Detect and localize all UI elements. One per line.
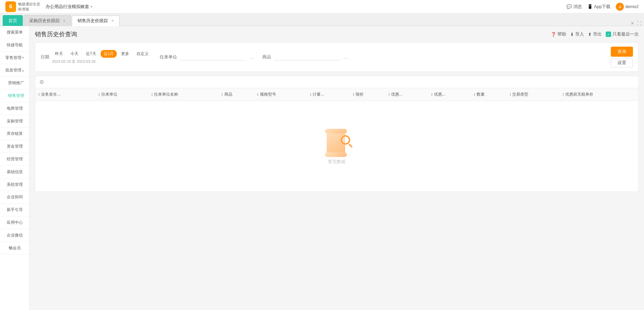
sidebar-item-enterprise-wechat[interactable]: 企业微信	[0, 229, 29, 242]
col-partner-code: ↕ 往来单位	[95, 88, 148, 101]
col-quantity: ↕ 数量	[471, 88, 506, 101]
sidebar-item-enterprise-collab[interactable]: 企业协同	[0, 191, 29, 204]
table-settings-icon[interactable]: ⚙	[39, 79, 44, 85]
data-table: ↕ 业务发生... ↕ 往来单位 ↕ 往来单位名称	[35, 88, 638, 101]
col-partner-code-label: 往来单位	[101, 92, 117, 97]
col-transaction-type-label: 交易类型	[512, 92, 528, 97]
app-download-label: App下载	[594, 4, 610, 10]
sidebar: 搜索菜单 快捷导航 零售管理 ▾ 批发管理 ▴ 营销推广 销售管理 电商管理 采…	[0, 26, 30, 310]
message-label: 消息	[573, 4, 582, 10]
from-unit-input[interactable]	[180, 54, 247, 60]
settings-button[interactable]: 设置	[611, 58, 633, 67]
col-discount2: ↕ 优惠...	[428, 88, 471, 101]
col-discount1: ↕ 优惠...	[385, 88, 428, 101]
help-btn[interactable]: ❓ 帮助	[551, 31, 566, 37]
maximize-icon[interactable]: ⛶	[637, 21, 641, 26]
sidebar-item-operations-mgmt[interactable]: 经营管理	[0, 153, 29, 166]
tab-purchase-history-close[interactable]: ×	[63, 18, 65, 23]
message-icon: 💬	[567, 4, 572, 9]
from-unit-label: 往来单位	[160, 54, 177, 60]
sidebar-item-purchase-mgmt-label: 采购管理	[7, 119, 23, 123]
tab-purchase-history-label: 采购历史价跟踪	[29, 18, 60, 24]
workspace-selector[interactable]: 办公用品行业模拟账套 ▾	[43, 2, 95, 11]
col-partner-name-label: 往来单位名称	[154, 92, 178, 97]
help-label: 帮助	[557, 31, 566, 37]
export-label: 导出	[593, 31, 602, 37]
help-icon: ❓	[551, 32, 556, 37]
sidebar-item-member[interactable]: 畅会员	[0, 242, 29, 255]
col-business-date-label: 业务发生...	[41, 92, 60, 97]
date-btn-7days[interactable]: 近7天	[83, 50, 99, 58]
product-filter-group: 商品 ...	[262, 54, 348, 60]
export-btn[interactable]: ⬆ 导出	[588, 31, 602, 37]
tab-bar-actions: ✕ ⛶	[631, 21, 641, 26]
tab-home[interactable]: 首页	[3, 15, 23, 26]
product-dots[interactable]: ...	[343, 54, 348, 60]
col-product: ↕ 商品	[218, 88, 254, 101]
wholesale-mgmt-arrow: ▴	[22, 68, 24, 73]
product-input[interactable]	[274, 54, 341, 60]
tab-sales-history[interactable]: 销售历史价跟踪 ×	[72, 15, 119, 26]
query-button[interactable]: 查询	[611, 47, 633, 57]
col-discount1-label: 优惠...	[391, 92, 402, 97]
only-last-checkbox[interactable]: ✓ 只看最后一次	[606, 31, 639, 37]
logo-area: 6 畅捷通好生意 标准版	[5, 1, 40, 12]
page-actions: ❓ 帮助 ⬇ 导入 ⬆ 导出 ✓ 只看最后一	[551, 31, 639, 37]
sidebar-item-basic-info[interactable]: 基础信息	[0, 166, 29, 178]
sidebar-item-app-center-label: 应用中心	[7, 220, 23, 225]
tab-purchase-history[interactable]: 采购历史价跟踪 ×	[23, 15, 71, 26]
date-btn-more[interactable]: 更多	[118, 50, 132, 58]
sidebar-item-sales-mgmt[interactable]: 销售管理	[3, 90, 29, 102]
sidebar-item-marketing-label: 营销推广	[8, 81, 24, 85]
import-btn[interactable]: ⬇ 导入	[570, 31, 584, 37]
date-btn-custom[interactable]: 自定义	[133, 50, 152, 58]
message-btn[interactable]: 💬 消息	[567, 4, 582, 10]
from-unit-dots[interactable]: ...	[250, 54, 254, 60]
check-icon: ✓	[607, 33, 610, 36]
sidebar-item-inventory-label: 库存核算	[7, 131, 23, 136]
sidebar-item-ecommerce-mgmt[interactable]: 电商管理	[0, 102, 29, 115]
date-btn-today[interactable]: 今天	[67, 50, 82, 58]
filter-row: 日期 昨天 今天 近7天 近1月 更多 自定义 2023-02-18 至 202…	[41, 47, 633, 67]
date-btn-1month[interactable]: 近1月	[101, 50, 117, 58]
sidebar-item-system-mgmt[interactable]: 系统管理	[0, 178, 29, 191]
sidebar-item-inventory-check[interactable]: 库存核算	[0, 127, 29, 140]
tab-sales-history-close[interactable]: ×	[111, 18, 114, 23]
sidebar-item-purchase-mgmt[interactable]: 采购管理	[0, 115, 29, 128]
sidebar-item-wholesale-mgmt-label: 批发管理	[5, 67, 21, 73]
col-transaction-type: ↕ 交易类型	[506, 88, 559, 101]
col-quantity-label: 数量	[477, 92, 485, 97]
checkbox-teal-icon: ✓	[606, 32, 611, 37]
sidebar-item-retail-mgmt[interactable]: 零售管理 ▾	[0, 52, 29, 64]
sidebar-item-ecommerce-label: 电商管理	[7, 106, 23, 111]
col-spec: ↕ 规格型号	[254, 88, 307, 101]
sidebar-item-newcomer-guide[interactable]: 新手引导	[0, 204, 29, 216]
filter-area: 日期 昨天 今天 近7天 近1月 更多 自定义 2023-02-18 至 202…	[35, 42, 639, 72]
page-title: 销售历史价查询	[35, 30, 77, 38]
export-icon: ⬆	[588, 32, 592, 37]
sidebar-item-wholesale-mgmt[interactable]: 批发管理 ▴	[0, 64, 29, 77]
close-all-tabs-icon[interactable]: ✕	[631, 21, 634, 26]
sidebar-item-collab-label: 企业协同	[7, 195, 23, 199]
sidebar-item-marketing[interactable]: 营销推广	[3, 77, 29, 90]
tab-home-label: 首页	[8, 18, 17, 24]
sidebar-item-search-menu[interactable]: 搜索菜单	[0, 26, 29, 39]
sidebar-item-quick-nav[interactable]: 快捷导航	[0, 39, 29, 52]
sidebar-item-wechat-label: 企业微信	[7, 233, 23, 238]
wholesale-submenu: 营销推广 销售管理	[0, 77, 29, 102]
sidebar-item-guide-label: 新手引导	[7, 207, 23, 212]
col-product-label: 商品	[224, 92, 232, 97]
user-avatar: d	[616, 3, 624, 11]
app-download-btn[interactable]: 📱 App下载	[587, 4, 610, 10]
product-label: 商品	[262, 54, 271, 60]
page-content: 销售历史价查询 ❓ 帮助 ⬇ 导入 ⬆ 导出	[30, 26, 644, 196]
workspace-name: 办公用品行业模拟账套	[46, 4, 89, 10]
sidebar-item-finance-mgmt[interactable]: 资金管理	[0, 140, 29, 153]
sidebar-item-app-center[interactable]: 应用中心	[0, 216, 29, 229]
user-name: demo2	[625, 4, 639, 9]
date-buttons: 昨天 今天 近7天 近1月 更多 自定义	[52, 50, 152, 58]
date-btn-yesterday[interactable]: 昨天	[52, 50, 66, 58]
table-wrapper: ⚙ ↕ 业务发生... ↕ 往来单位	[35, 76, 639, 192]
import-label: 导入	[575, 31, 584, 37]
user-profile-btn[interactable]: d demo2	[616, 3, 639, 11]
